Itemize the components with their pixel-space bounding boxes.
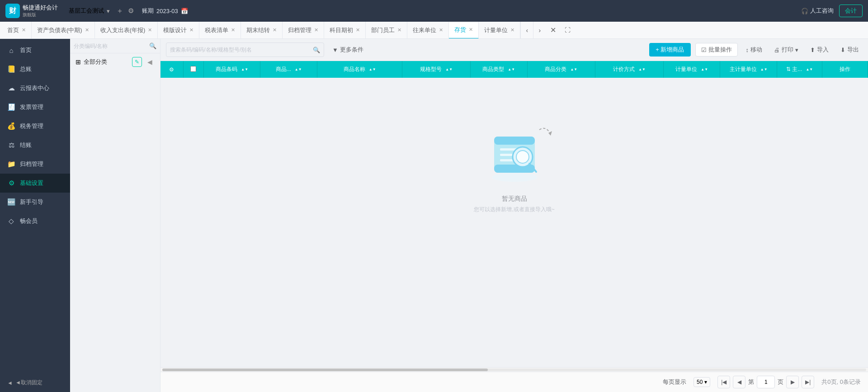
scroll-track[interactable]	[162, 368, 866, 371]
col-spec[interactable]: 规格型号 ▲▼	[402, 61, 471, 78]
sidebar-item-settlement[interactable]: ⚖ 结账	[0, 136, 70, 155]
col-price-method[interactable]: 计价方式 ▲▼	[595, 61, 664, 78]
sidebar-label-home: 首页	[20, 46, 32, 54]
filter-button[interactable]: ▼ 更多条件	[329, 46, 367, 54]
tab-period-end[interactable]: 期末结转 ✕	[241, 22, 283, 39]
add-product-button[interactable]: + 新增商品	[649, 43, 690, 57]
print-label: 打印	[782, 46, 793, 54]
sidebar-item-guide[interactable]: 🆕 新手引导	[0, 193, 70, 212]
tab-inventory-close[interactable]: ✕	[469, 27, 473, 33]
export-icon: ⬇	[840, 47, 845, 53]
col-unit[interactable]: 计量单位 ▲▼	[663, 61, 720, 78]
sidebar-item-archive[interactable]: 📁 归档管理	[0, 155, 70, 174]
import-icon: ⬆	[810, 47, 815, 53]
sidebar-item-home[interactable]: ⌂ 首页	[0, 41, 70, 60]
company-name: 基层工会测试	[69, 7, 104, 15]
header-company[interactable]: 基层工会测试 ▾	[69, 7, 110, 15]
tab-unit[interactable]: 计量单位 ✕	[479, 22, 520, 39]
col-code[interactable]: 商品... ▲▼	[260, 61, 317, 78]
col-category[interactable]: 商品分类 ▲▼	[527, 61, 595, 78]
col-check[interactable]	[183, 61, 203, 78]
tab-subject[interactable]: 科目期初 ✕	[324, 22, 366, 39]
col-barcode[interactable]: 商品条码 ▲▼	[203, 61, 260, 78]
col-settings[interactable]: ⚙	[160, 61, 183, 78]
header-period: 账期 2023-03 📅	[142, 7, 188, 15]
tab-next-button[interactable]: ›	[533, 22, 546, 39]
last-page-button[interactable]: ▶|	[802, 376, 814, 388]
search-input[interactable]	[170, 47, 313, 53]
export-button[interactable]: ⬇ 导出	[837, 43, 863, 56]
first-page-button[interactable]: |◀	[717, 376, 730, 388]
collapse-panel-button[interactable]: ◀	[145, 57, 155, 67]
svg-marker-10	[548, 131, 552, 136]
category-search-input[interactable]	[74, 43, 146, 49]
sidebar-item-member[interactable]: ◇ 畅会员	[0, 212, 70, 231]
select-all-checkbox[interactable]	[190, 66, 196, 72]
tab-income[interactable]: 收入支出表(年报) ✕	[95, 22, 158, 39]
import-button[interactable]: ⬆ 导入	[807, 43, 832, 56]
tab-balance[interactable]: 资产负债表(中期) ✕	[32, 22, 95, 39]
move-icon: ↕	[746, 47, 749, 53]
col-extra[interactable]: ⇅ 主... ▲▼	[777, 61, 822, 78]
tab-tax-close[interactable]: ✕	[231, 27, 235, 33]
prev-page-button[interactable]: ◀	[733, 376, 745, 388]
batch-operation-button[interactable]: ☑ 批量操作	[695, 43, 738, 57]
tab-expand-button[interactable]: ⛶	[560, 22, 575, 39]
svg-rect-2	[494, 137, 535, 145]
next-page-button[interactable]: ▶	[786, 376, 799, 388]
move-button[interactable]: ↕ 移动	[742, 43, 766, 56]
sidebar-item-reports[interactable]: ☁ 云报表中心	[0, 79, 70, 98]
tab-balance-close[interactable]: ✕	[85, 27, 89, 33]
tab-subject-close[interactable]: ✕	[356, 27, 360, 33]
tab-inventory[interactable]: 存货 ✕	[449, 22, 479, 39]
page-total-info: 共0页, 0条记录	[821, 378, 861, 386]
col-name[interactable]: 商品名称 ▲▼	[317, 61, 402, 78]
sidebar-item-tax[interactable]: 💰 税务管理	[0, 117, 70, 136]
search-bar[interactable]: 🔍	[166, 43, 324, 57]
category-search-icon[interactable]: 🔍	[149, 43, 156, 49]
tab-archive-close[interactable]: ✕	[314, 27, 318, 33]
tab-template-close[interactable]: ✕	[189, 27, 193, 33]
scroll-thumb[interactable]	[162, 368, 488, 371]
tab-archive[interactable]: 归档管理 ✕	[283, 22, 324, 39]
add-tab-button[interactable]: ＋	[116, 6, 123, 16]
col-main-unit[interactable]: 主计量单位 ▲▼	[720, 61, 777, 78]
help-button[interactable]: 🎧 人工咨询	[801, 7, 834, 15]
page-size-select[interactable]: 50 ▾	[693, 377, 710, 387]
tab-dept-close[interactable]: ✕	[397, 27, 401, 33]
search-button-icon[interactable]: 🔍	[313, 47, 320, 53]
print-button[interactable]: 🖨 打印 ▾	[770, 43, 802, 56]
app-name: 畅捷通好会计	[23, 4, 58, 12]
tab-prev-button[interactable]: ‹	[520, 22, 533, 39]
tab-home-close[interactable]: ✕	[22, 27, 26, 33]
cancel-pin-button[interactable]: ◄ ◄取消固定	[7, 379, 63, 387]
category-search-bar[interactable]: 🔍	[70, 39, 160, 53]
tab-partner-close[interactable]: ✕	[439, 27, 443, 33]
empty-title: 暂无商品	[502, 195, 527, 203]
calendar-icon[interactable]: 📅	[181, 8, 188, 14]
sidebar-item-ledger[interactable]: 📒 总账	[0, 60, 70, 79]
tab-tax[interactable]: 税表清单 ✕	[199, 22, 241, 39]
sidebar-label-settlement: 结账	[20, 141, 32, 149]
category-edit-icon[interactable]: ✎	[132, 57, 142, 67]
user-role-button[interactable]: 会计	[839, 5, 863, 17]
col-type[interactable]: 商品类型 ▲▼	[471, 61, 528, 78]
tab-home[interactable]: 首页 ✕	[2, 22, 32, 39]
sidebar-item-settings[interactable]: ⚙ 基础设置	[0, 174, 70, 193]
tab-template[interactable]: 模版设计 ✕	[158, 22, 199, 39]
tab-partner[interactable]: 往来单位 ✕	[407, 22, 449, 39]
sidebar-item-invoice[interactable]: 🧾 发票管理	[0, 98, 70, 117]
page-number-input[interactable]	[757, 376, 775, 388]
horizontal-scrollbar[interactable]	[160, 367, 868, 372]
tab-period-end-close[interactable]: ✕	[273, 27, 277, 33]
tab-unit-close[interactable]: ✕	[510, 27, 514, 33]
tab-income-close[interactable]: ✕	[148, 27, 152, 33]
settings-icon[interactable]: ⚙	[128, 7, 134, 15]
category-actions: ✎ ◀	[132, 57, 155, 67]
guide-icon: 🆕	[7, 198, 15, 206]
tab-dept[interactable]: 部门员工 ✕	[366, 22, 407, 39]
pin-icon: ◄	[7, 380, 13, 386]
tab-close-all-button[interactable]: ✕	[546, 22, 560, 39]
col-ops: 操作	[822, 61, 868, 78]
company-chevron-icon[interactable]: ▾	[107, 8, 110, 14]
